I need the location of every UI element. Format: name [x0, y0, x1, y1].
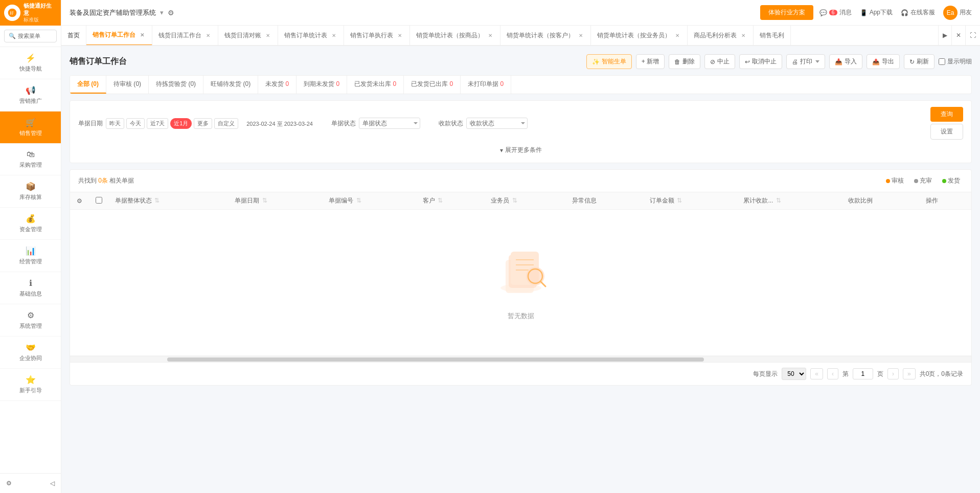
filter-tab-shipped-out[interactable]: 已发货已出库 0 — [404, 76, 461, 94]
suspend-btn[interactable]: ⊘ 中止 — [704, 54, 735, 69]
last-page-btn[interactable]: » — [903, 368, 916, 379]
sort-staff-icon[interactable]: ⇅ — [512, 197, 517, 204]
sidebar-item-basic[interactable]: ℹ 基础信息 — [0, 272, 61, 304]
horizontal-scrollbar[interactable] — [70, 356, 971, 362]
tab-sales-stats-close[interactable]: ✕ — [330, 32, 337, 39]
export-btn[interactable]: 📤 导出 — [867, 54, 900, 69]
tab-home-label: 首页 — [67, 31, 80, 40]
scrollbar-thumb[interactable] — [167, 357, 704, 362]
show-details-label[interactable]: 显示明细 — [939, 57, 972, 66]
tab-cash-reconcile-close[interactable]: ✕ — [264, 32, 271, 39]
per-page-select[interactable]: 50 — [782, 368, 806, 380]
tab-home[interactable]: 首页 — [61, 26, 86, 46]
tab-sales-summary-product[interactable]: 销货单统计表（按商品） ✕ — [410, 26, 500, 46]
tab-cash-daily[interactable]: 钱货日清工作台 ✕ — [152, 26, 218, 46]
tab-cash-reconcile[interactable]: 钱货日清对账 ✕ — [218, 26, 278, 46]
tab-sales-workbench-close[interactable]: ✕ — [139, 31, 146, 38]
review-action-btn[interactable]: 审核 — [883, 175, 907, 187]
sort-status-icon[interactable]: ⇅ — [154, 197, 159, 204]
tab-sales-exec-close[interactable]: ✕ — [396, 32, 403, 39]
tab-maximize[interactable]: ⛶ — [965, 26, 980, 46]
settings-icon: ⚙ — [27, 310, 34, 320]
smart-create-btn[interactable]: ✨ 智能生单 — [586, 54, 632, 69]
settings-footer-icon[interactable]: ⚙ — [6, 480, 12, 487]
col-date: 单据日期 ⇅ — [229, 192, 323, 210]
tab-sales-summary-customer[interactable]: 销货单统计表（按客户） ✕ — [500, 26, 591, 46]
tab-goods-margin[interactable]: 商品毛利分析表 ✕ — [688, 26, 754, 46]
filter-tab-wangpu[interactable]: 旺铺待发货 (0) — [203, 76, 258, 94]
tab-sales-summary-product-close[interactable]: ✕ — [487, 32, 494, 39]
query-btn[interactable]: 查询 — [930, 107, 963, 122]
sidebar-item-enterprise[interactable]: 🤝 企业协同 — [0, 337, 61, 369]
date-7days-btn[interactable]: 近7天 — [147, 118, 168, 129]
sidebar-item-sales[interactable]: 🛒 销售管理 — [0, 111, 61, 144]
sort-number-icon[interactable]: ⇅ — [356, 197, 361, 204]
tab-sales-summary-customer-close[interactable]: ✕ — [577, 32, 584, 39]
settings-condition-btn[interactable]: 设置 — [930, 124, 963, 140]
cancel-suspend-btn[interactable]: ↩ 取消中止 — [739, 54, 782, 69]
filter-tab-pending-review[interactable]: 待审核 (0) — [106, 76, 149, 94]
filter-tab-all[interactable]: 全部 (0) — [70, 76, 106, 94]
col-check — [88, 192, 109, 210]
print-btn[interactable]: 🖨 打印 — [786, 54, 825, 69]
sort-customer-icon[interactable]: ⇅ — [438, 197, 443, 204]
user-action[interactable]: Ea 用友 — [943, 6, 972, 20]
next-page-btn[interactable]: › — [887, 368, 899, 379]
first-page-btn[interactable]: « — [810, 368, 823, 379]
sidebar-item-inventory[interactable]: 📦 库存核算 — [0, 175, 61, 208]
date-custom-btn[interactable]: 自定义 — [214, 118, 238, 129]
tab-scroll-right[interactable]: ▶ — [938, 26, 951, 46]
select-all-checkbox[interactable] — [96, 197, 102, 204]
system-title-arrow[interactable]: ▾ — [160, 9, 164, 16]
online-service-action[interactable]: 🎧 在线客服 — [901, 8, 935, 17]
settings-icon-header[interactable]: ⚙ — [168, 9, 174, 17]
tab-cash-daily-close[interactable]: ✕ — [204, 32, 212, 39]
date-more-btn[interactable]: 更多 — [194, 118, 212, 129]
sidebar-item-finance[interactable]: 💰 资金管理 — [0, 208, 61, 240]
delete-btn[interactable]: 🗑 删除 — [669, 54, 700, 69]
sidebar-item-system[interactable]: ⚙ 系统管理 — [0, 304, 61, 337]
industry-btn[interactable]: 体验行业方案 — [760, 5, 813, 20]
sort-date-icon[interactable]: ⇅ — [262, 197, 267, 204]
table-settings-icon[interactable]: ⚙ — [77, 197, 82, 205]
tab-sales-workbench[interactable]: 销售订单工作台 ✕ — [86, 26, 152, 46]
tab-goods-margin-close[interactable]: ✕ — [740, 32, 747, 39]
tab-sales-profit[interactable]: 销售毛利 — [754, 26, 791, 46]
status-select[interactable]: 单据状态 — [359, 118, 420, 129]
sort-amount-icon[interactable]: ⇅ — [677, 197, 682, 204]
show-details-checkbox[interactable] — [939, 58, 945, 65]
ship-action-btn[interactable]: 发货 — [939, 175, 963, 187]
sidebar-item-purchase[interactable]: 🛍 采购管理 — [0, 144, 61, 175]
prev-page-btn[interactable]: ‹ — [827, 368, 838, 379]
sort-received-icon[interactable]: ⇅ — [776, 197, 781, 204]
filter-tab-shipped-not-out[interactable]: 已发货未出库 0 — [347, 76, 404, 94]
tab-sales-summary-staff-close[interactable]: ✕ — [674, 32, 681, 39]
search-menu-button[interactable]: 🔍 搜索菜单 — [4, 30, 57, 42]
date-today-btn[interactable]: 今天 — [126, 118, 145, 129]
tab-sales-exec[interactable]: 销售订单执行表 ✕ — [344, 26, 410, 46]
filter-tab-overdue-not-shipped[interactable]: 到期未发货 0 — [297, 76, 347, 94]
tab-sales-summary-staff[interactable]: 销货单统计表（按业务员） ✕ — [591, 26, 688, 46]
sidebar-item-operation[interactable]: 📊 经营管理 — [0, 240, 61, 272]
sidebar-item-marketing[interactable]: 📢 营销推广 — [0, 79, 61, 111]
page-input[interactable] — [853, 368, 873, 379]
sidebar-item-quick-nav[interactable]: ⚡ 快捷导航 — [0, 47, 61, 79]
new-btn[interactable]: + 新增 — [636, 54, 665, 69]
refresh-btn[interactable]: ↻ 刷新 — [904, 54, 935, 69]
sidebar-item-guide[interactable]: ⭐ 新手引导 — [0, 369, 61, 401]
message-action[interactable]: 💬 6 消息 — [819, 8, 852, 17]
import-btn[interactable]: 📥 导入 — [829, 54, 862, 69]
date-yesterday-btn[interactable]: 昨天 — [106, 118, 124, 129]
filter-tab-pending-inspect[interactable]: 待拣货验货 (0) — [149, 76, 203, 94]
payment-select[interactable]: 收款状态 — [466, 118, 528, 129]
filter-tab-not-printed[interactable]: 未打印单据 0 — [461, 76, 511, 94]
tab-sales-stats[interactable]: 销售订单统计表 ✕ — [278, 26, 344, 46]
expand-conditions-btn[interactable]: ▾ 展开更多条件 — [500, 144, 542, 156]
collapse-sidebar-btn[interactable]: ◁ — [50, 480, 55, 487]
cancel-review-action-btn[interactable]: 充审 — [911, 175, 935, 187]
filter-tab-not-shipped[interactable]: 未发货 0 — [258, 76, 297, 94]
tab-close-all[interactable]: ✕ — [951, 26, 965, 46]
date-1month-btn[interactable]: 近1月 — [170, 118, 192, 129]
headset-icon: 🎧 — [901, 9, 908, 16]
app-download-action[interactable]: 📱 App下载 — [860, 8, 893, 17]
